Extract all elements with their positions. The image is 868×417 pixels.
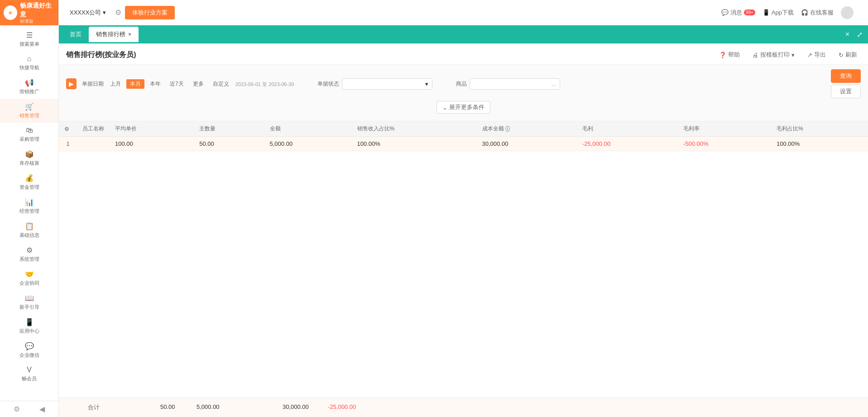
sidebar-nav: ☰搜索菜单⌂快捷导航📢营销推广🛒销售管理🛍采购管理📦库存核算💰资金管理📊经营管理… — [0, 25, 58, 401]
filter-area: ▶ 单据日期 上月 本月 本年 近7天 更多 自定义 2023-06-01 至 … — [59, 65, 868, 121]
total-avg-price — [119, 402, 155, 413]
date-tab-this-month[interactable]: 本月 — [126, 79, 144, 89]
date-tab-7days[interactable]: 近7天 — [166, 79, 187, 89]
headset-icon: 🎧 — [801, 9, 808, 16]
nav-icon: 🛒 — [25, 102, 34, 111]
tab-close-btn[interactable]: × — [844, 29, 851, 41]
sidebar-item-资金管理[interactable]: 💰资金管理 — [0, 170, 58, 194]
sidebar-item-企业微信[interactable]: 💬企业微信 — [0, 338, 58, 362]
total-qty: 50.00 — [155, 402, 191, 413]
tab-bar-actions: × ⤢ — [844, 29, 864, 41]
sidebar-item-采购管理[interactable]: 🛍采购管理 — [0, 123, 58, 146]
app-download-action[interactable]: 📱 App下载 — [762, 9, 794, 17]
company-dropdown-icon: ▾ — [103, 9, 106, 16]
print-icon: 🖨 — [753, 52, 758, 58]
help-btn[interactable]: ❓ 帮助 — [715, 49, 743, 61]
status-select[interactable]: ▾ — [342, 78, 432, 90]
sidebar-item-应用中心[interactable]: 📱应用中心 — [0, 314, 58, 338]
table-body: 1 100.00 50.00 5,000.00 100.00% 30,000.0… — [59, 137, 868, 151]
td-cost: 30,000.00 — [477, 137, 577, 151]
tab-sales-ranking[interactable]: 销售排行榜 × — [89, 27, 139, 42]
date-filter: 单据日期 上月 本月 本年 近7天 更多 自定义 2023-06-01 至 20… — [82, 79, 294, 89]
total-sales-pct — [232, 402, 277, 413]
th-rank: 员工名称 — [77, 121, 110, 137]
td-gross-pct: 100.00% — [771, 137, 868, 151]
template-print-btn[interactable]: 🖨 按模板打印 ▾ — [749, 49, 798, 61]
sidebar-item-新手引导[interactable]: 📖新手引导 — [0, 290, 58, 314]
user-avatar[interactable] — [841, 6, 854, 19]
nav-icon: 🤝 — [25, 270, 34, 278]
table-row: 1 100.00 50.00 5,000.00 100.00% 30,000.0… — [59, 137, 868, 151]
nav-icon: 🛍 — [26, 126, 33, 134]
td-amount: 5,000.00 — [264, 137, 352, 151]
td-gross: -25,000.00 — [577, 137, 678, 151]
sidebar-item-快捷导航[interactable]: ⌂快捷导航 — [0, 51, 58, 75]
sidebar-footer: ⚙ ◀ — [0, 401, 58, 417]
tab-sales-ranking-label: 销售排行榜 — [96, 30, 125, 38]
sidebar-logo: ☀ 畅康通好生意 标准版 — [0, 0, 58, 25]
footer-total: 合计 50.00 5,000.00 30,000.00 -25,000.00 — [59, 398, 868, 417]
td-gross-rate: -500.00% — [678, 137, 771, 151]
date-tab-this-year[interactable]: 本年 — [146, 79, 164, 89]
sidebar-item-销售管理[interactable]: 🛒销售管理 — [0, 99, 58, 123]
nav-label: 基础信息 — [19, 232, 39, 239]
tab-bar: 首页 销售排行榜 × × ⤢ — [59, 25, 868, 43]
goods-more-icon: ... — [551, 81, 556, 87]
date-tabs: 上月 本月 本年 近7天 更多 自定义 — [106, 79, 233, 89]
sidebar-item-系统管理[interactable]: ⚙系统管理 — [0, 242, 58, 266]
collapse-footer-icon[interactable]: ◀ — [39, 405, 45, 413]
goods-label: 商品 — [456, 80, 467, 88]
nav-icon: 💬 — [25, 342, 34, 350]
td-rank-num: 1 — [59, 137, 77, 151]
table-header-row: ⚙ 员工名称 平均单价 主数量 全额 销售收入占比% 成本全额 i 毛利 毛利率… — [59, 121, 868, 137]
help-icon: ❓ — [719, 52, 726, 58]
td-employee — [77, 137, 110, 151]
sidebar-item-库存核算[interactable]: 📦库存核算 — [0, 146, 58, 170]
total-gross: -25,000.00 — [322, 402, 368, 413]
sidebar-item-营销推广[interactable]: 📢营销推广 — [0, 75, 58, 99]
sidebar-item-经营管理[interactable]: 📊经营管理 — [0, 194, 58, 218]
export-icon: ↗ — [807, 52, 812, 58]
nav-label: 搜索菜单 — [19, 41, 39, 48]
export-btn[interactable]: ↗ 导出 — [804, 49, 830, 61]
status-filter: 单据状态 ▾ — [317, 78, 432, 90]
th-settings[interactable]: ⚙ — [59, 121, 77, 137]
th-qty: 主数量 — [194, 121, 264, 137]
tab-close-icon[interactable]: × — [128, 31, 131, 38]
trial-button[interactable]: 体验行业方案 — [125, 6, 175, 19]
td-sales-pct: 100.00% — [352, 137, 477, 151]
tab-home[interactable]: 首页 — [62, 27, 89, 42]
tab-expand-btn[interactable]: ⤢ — [855, 29, 864, 41]
date-tab-last-month[interactable]: 上月 — [106, 79, 125, 89]
sidebar-item-搜索菜单[interactable]: ☰搜索菜单 — [0, 27, 58, 51]
page-header: 销售排行榜(按业务员) ❓ 帮助 🖨 按模板打印 ▾ ↗ 导出 ↻ 刷新 — [59, 43, 868, 65]
date-range: 2023-06-01 至 2023-06-30 — [235, 81, 294, 88]
expand-more-btn[interactable]: ⌄ 展开更多条件 — [436, 101, 490, 114]
company-selector[interactable]: XXXXX公司 ▾ — [66, 7, 110, 19]
refresh-btn[interactable]: ↻ 刷新 — [835, 49, 861, 61]
nav-label: 企业微信 — [19, 352, 39, 359]
nav-icon: 📱 — [25, 318, 34, 326]
expand-label: 展开更多条件 — [449, 103, 484, 111]
sidebar-item-企业协同[interactable]: 🤝企业协同 — [0, 266, 58, 290]
status-dropdown-icon: ▾ — [425, 81, 428, 87]
print-dropdown-icon: ▾ — [791, 52, 795, 58]
sidebar-item-畅会员[interactable]: V畅会员 — [0, 362, 58, 386]
nav-icon: ☰ — [26, 31, 33, 39]
settings-button[interactable]: 设置 — [831, 85, 861, 98]
date-label: 单据日期 — [82, 80, 104, 88]
sidebar-item-基础信息[interactable]: 📋基础信息 — [0, 218, 58, 242]
date-tab-more[interactable]: 更多 — [189, 79, 207, 89]
online-service-action[interactable]: 🎧 在线客服 — [801, 9, 834, 17]
refresh-icon: ↻ — [839, 52, 844, 58]
template-print-label: 按模板打印 — [760, 51, 790, 59]
filter-toggle-btn[interactable]: ▶ — [66, 78, 77, 89]
goods-select[interactable]: ... — [470, 78, 560, 90]
query-button[interactable]: 查询 — [831, 69, 861, 83]
logo-text: 畅康通好生意 标准版 — [20, 1, 55, 24]
topbar-settings-icon[interactable]: ⚙ — [115, 8, 121, 17]
nav-icon: V — [27, 366, 32, 374]
settings-footer-icon[interactable]: ⚙ — [14, 405, 20, 413]
message-action[interactable]: 💬 消息 99+ — [721, 9, 755, 17]
date-tab-custom[interactable]: 自定义 — [209, 79, 233, 89]
